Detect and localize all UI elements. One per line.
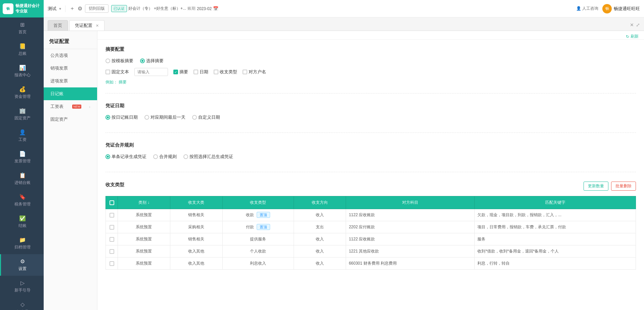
income-expense-section: 收支类型 更新数量 批量删除 — [105, 182, 636, 278]
sidebar-item-payroll[interactable]: 👤 工资 — [0, 125, 44, 147]
settings-icon: ⚙ — [20, 258, 25, 265]
add-icon[interactable]: ＋ — [70, 5, 75, 12]
td-type-0: 收款 置顶 — [222, 209, 294, 221]
user-profile[interactable]: 畅 畅捷通旺旺旺 — [602, 4, 640, 13]
type-tag-1[interactable]: 置顶 — [257, 224, 270, 230]
checkbox-counterparty[interactable]: 对方户名 — [243, 69, 266, 75]
switch-version-button[interactable]: 切到旧版 — [85, 4, 109, 13]
td-category-0: 系统预置 — [118, 209, 170, 221]
type-tag-0[interactable]: 置顶 — [257, 212, 270, 218]
radio-single-record[interactable]: 单条记录生成凭证 — [105, 154, 146, 160]
checkbox-type[interactable]: 收支类型 — [214, 69, 237, 75]
sidebar-item-general-ledger[interactable]: 📒 总账 — [0, 39, 44, 61]
sidebar-item-reports[interactable]: 📊 报表中心 — [0, 61, 44, 82]
content-wrapper: ↻ 刷新 摘要配置 按模板摘要 选择摘要 — [97, 31, 644, 310]
left-nav-item-payroll-table[interactable]: 工资表 NEW › — [44, 100, 97, 113]
sidebar-item-label: 报表中心 — [14, 72, 31, 78]
batch-delete-button[interactable]: 批量删除 — [611, 182, 636, 191]
capital-icon: 💰 — [19, 86, 26, 92]
left-nav-item-fixed-assets-sub[interactable]: 固定资产 — [44, 113, 97, 126]
sidebar-item-label: 发票管理 — [14, 158, 31, 164]
sidebar-item-label: 进销台账 — [14, 180, 31, 186]
tab-voucher-config[interactable]: 凭证配置 ✕ — [69, 20, 104, 31]
td-major-0: 销售相关 — [170, 209, 222, 221]
left-nav-item-public[interactable]: 公共选项 — [44, 49, 97, 62]
td-category-4: 系统预置 — [118, 258, 170, 270]
sidebar-item-guide[interactable]: ▷ 新手引导 — [0, 276, 44, 297]
left-nav-item-purchase-invoice[interactable]: 进项发票 — [44, 75, 97, 87]
checkbox-type-box — [214, 70, 218, 74]
update-quantity-button[interactable]: 更新数量 — [584, 182, 608, 191]
dropdown-arrow-icon[interactable]: ▾ — [59, 6, 61, 11]
home-icon: ⊞ — [20, 22, 25, 28]
td-checkbox-1[interactable] — [106, 221, 118, 233]
radio-single-record-icon — [105, 154, 110, 159]
td-direction-1: 支出 — [294, 221, 346, 233]
td-subject-1: 2202 应付账款 — [346, 221, 475, 233]
settings-icon[interactable]: ⚙ — [78, 5, 82, 12]
summary-section: 摘要配置 按模板摘要 选择摘要 — [105, 46, 636, 93]
refresh-button[interactable]: ↻ 刷新 — [626, 34, 639, 39]
assets-icon: 🏢 — [19, 108, 26, 114]
fixed-text-input[interactable] — [134, 68, 168, 76]
sidebar-item-member[interactable]: ◇ 畅会员 — [0, 297, 44, 310]
sidebar-item-tax[interactable]: 🔖 税务管理 — [0, 190, 44, 211]
sidebar-item-purchase-sale[interactable]: 📋 进销台账 — [0, 168, 44, 190]
table-actions: 更新数量 批量删除 — [584, 182, 636, 191]
sidebar-item-fixed-assets[interactable]: 🏢 固定资产 — [0, 104, 44, 125]
radio-aggregate[interactable]: 按照选择汇总生成凭证 — [183, 154, 233, 160]
sidebar-item-capital[interactable]: 💰 资金管理 — [0, 82, 44, 104]
radio-custom-date[interactable]: 自定义日期 — [192, 114, 220, 120]
income-expense-table: 类别 ↓ 收支大类 收支类型 收支方向 对方科目 匹配关键字 — [105, 196, 636, 270]
reports-icon: 📊 — [19, 65, 26, 71]
th-type: 收支类型 — [222, 196, 294, 209]
left-nav-item-sales-invoice[interactable]: 销项发票 — [44, 62, 97, 75]
period-value: 2023-02 — [197, 6, 212, 11]
window-maximize-button[interactable]: ⤢ — [636, 22, 640, 28]
table-row: 系统预置 收入其他 利息收入 收入 660301 财务费用 利息费用 利息，行转… — [106, 258, 636, 270]
guide-icon: ▷ — [20, 280, 25, 286]
radio-template-summary[interactable]: 按模板摘要 — [105, 58, 133, 64]
main-area: 测试 ▾ ＋ ⚙ 切到旧版 已认证 好会计（专） +好生意（标）+... 账期 … — [44, 0, 644, 310]
td-type-4: 利息收入 — [222, 258, 294, 270]
table-row: 系统预置 销售相关 提供服务 收入 1122 应收账款 服务 — [106, 233, 636, 245]
checkbox-fixed-text[interactable]: 固定文本 — [105, 69, 129, 75]
sidebar-item-home[interactable]: ⊞ 首页 — [0, 17, 44, 39]
sidebar-item-close-account[interactable]: ✅ 结账 — [0, 211, 44, 233]
td-checkbox-4[interactable] — [106, 258, 118, 270]
example-text: 例如： 摘要 — [105, 79, 636, 85]
left-nav-item-journal[interactable]: 日记账 — [44, 87, 97, 100]
radio-period-last-day[interactable]: 对应期间最后一天 — [144, 114, 185, 120]
td-keywords-4: 利息，行转，转自 — [475, 258, 636, 270]
merge-radio-group: 单条记录生成凭证 合并规则 按照选择汇总生成凭证 — [105, 154, 636, 160]
window-close-button[interactable]: ✕ — [630, 22, 634, 28]
sidebar-item-archive[interactable]: 📁 归档管理 — [0, 233, 44, 254]
th-major: 收支大类 — [170, 196, 222, 209]
tab-close-icon[interactable]: ✕ — [96, 24, 99, 28]
radio-select-summary[interactable]: 选择摘要 — [140, 58, 164, 64]
company-name: 测试 — [48, 6, 56, 12]
th-checkbox[interactable] — [106, 196, 118, 209]
table-row: 系统预置 销售相关 收款 置顶 收入 1122 应收账款 欠款，现金，项目款，到… — [106, 209, 636, 221]
radio-journal-date[interactable]: 按日记账日期 — [105, 114, 138, 120]
content-area: 凭证配置 公共选项 销项发票 进项发票 日记账 工资表 NEW › 固定资产 — [44, 31, 644, 310]
checkbox-summary[interactable]: ✓ 摘要 — [173, 69, 188, 75]
service-button[interactable]: 👤 人工咨询 — [576, 6, 598, 11]
th-subject: 对方科目 — [346, 196, 475, 209]
td-keywords-0: 欠款，现金，项目款，到款，报销款，汇入，... — [475, 209, 636, 221]
td-checkbox-0[interactable] — [106, 209, 118, 221]
td-major-4: 收入其他 — [170, 258, 222, 270]
td-checkbox-2[interactable] — [106, 233, 118, 245]
sidebar-item-label: 工资 — [18, 137, 27, 143]
radio-merge-rule[interactable]: 合并规则 — [153, 154, 177, 160]
radio-custom-date-icon — [192, 115, 197, 120]
calendar-icon[interactable]: 📅 — [213, 6, 218, 11]
td-subject-4: 660301 财务费用 利息费用 — [346, 258, 475, 270]
td-checkbox-3[interactable] — [106, 245, 118, 258]
sidebar-item-invoice[interactable]: 📄 发票管理 — [0, 147, 44, 168]
tabbar: 首页 凭证配置 ✕ ✕ ⤢ — [44, 17, 644, 31]
sidebar-item-settings[interactable]: ⚙ 设置 — [0, 254, 44, 276]
checkbox-date[interactable]: 日期 — [194, 69, 208, 75]
tab-home[interactable]: 首页 — [48, 20, 68, 31]
td-type-1: 付款 置顶 — [222, 221, 294, 233]
